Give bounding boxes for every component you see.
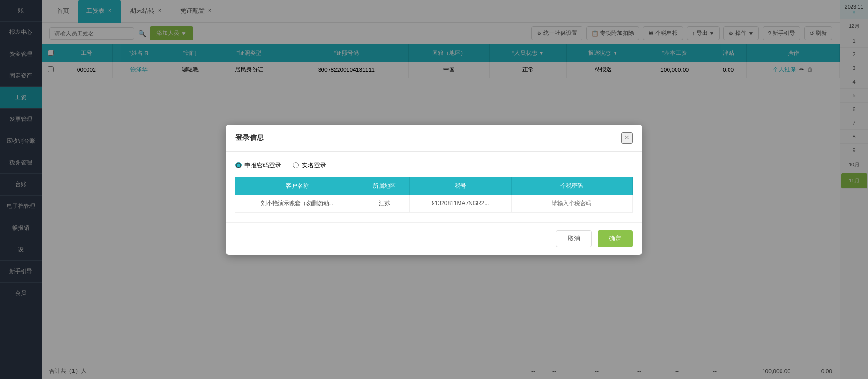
dialog-close-button[interactable]: × [621,132,633,144]
realname-login-radio[interactable] [293,162,299,168]
region-cell: 江苏 [359,195,410,213]
password-login-option[interactable]: 申报密码登录 [235,161,281,170]
tax-password-input[interactable] [517,200,626,207]
tax-password-cell[interactable] [511,195,632,213]
dialog-table-row: 刘小艳演示账套（勿删勿动... 江苏 91320811MA7NGR2... [235,195,633,213]
dialog-title: 登录信息 [235,133,264,142]
password-login-radio[interactable] [235,162,242,168]
dialog-col-client: 客户名称 [235,177,359,195]
confirm-button[interactable]: 确定 [598,230,633,247]
dialog-footer: 取消 确定 [226,222,642,255]
dialog-col-tax-number: 税号 [410,177,512,195]
login-dialog: 登录信息 × 申报密码登录 实名登录 客户名称 所属地区 [226,125,642,255]
dialog-table: 客户名称 所属地区 税号 个税密码 刘小艳演示账套（勿删勿动... 江苏 913… [235,177,633,213]
login-type-group: 申报密码登录 实名登录 [235,161,633,170]
cancel-button[interactable]: 取消 [556,230,592,247]
dialog-body: 申报密码登录 实名登录 客户名称 所属地区 税号 个税密码 [226,152,642,222]
dialog-col-region: 所属地区 [359,177,410,195]
realname-login-option[interactable]: 实名登录 [293,161,326,170]
dialog-overlay: 登录信息 × 申报密码登录 实名登录 客户名称 所属地区 [0,0,868,379]
client-name-cell: 刘小艳演示账套（勿删勿动... [235,195,359,213]
tax-number-cell: 91320811MA7NGR2... [410,195,512,213]
dialog-header: 登录信息 × [226,125,642,152]
dialog-col-tax-password: 个税密码 [511,177,632,195]
